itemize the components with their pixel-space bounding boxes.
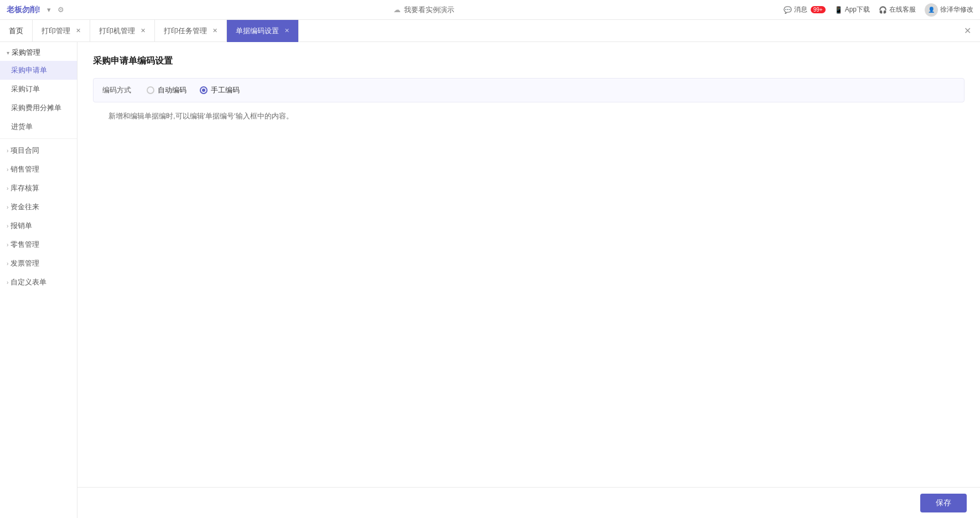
info-text: 新增和编辑单据编时,可以编辑'单据编号'输入框中的内容。 <box>93 102 965 130</box>
user-menu[interactable]: 👤 徐泽华修改 <box>925 3 973 17</box>
message-badge: 99+ <box>811 6 826 13</box>
top-bar-left: 老板勿削! ▾ ⚙ <box>7 5 64 15</box>
bottom-bar: 保存 <box>77 487 980 518</box>
message-icon: 💬 <box>784 6 792 14</box>
sidebar-group-purchase-title[interactable]: ▾ 采购管理 <box>0 42 77 61</box>
sidebar-item-purchase-request-label: 采购申请单 <box>11 66 47 74</box>
radio-manual-label: 手工编码 <box>211 85 240 95</box>
sidebar-item-purchase-order[interactable]: 采购订单 <box>0 80 77 99</box>
cloud-icon: ☁ <box>393 6 401 14</box>
radio-manual-code[interactable]: 手工编码 <box>200 85 240 95</box>
sidebar-item-purchase-expense-label: 采购费用分摊单 <box>11 103 61 112</box>
tab-printer-mgmt-close[interactable]: ✕ <box>141 27 146 34</box>
chevron-right-icon-3: › <box>7 185 8 191</box>
encoding-row: 编码方式 自动编码 手工编码 <box>94 79 964 102</box>
tab-print-task-mgmt[interactable]: 打印任务管理 ✕ <box>155 20 227 42</box>
user-name: 徐泽华修改 <box>940 5 973 14</box>
tab-home[interactable]: 首页 <box>0 20 33 42</box>
radio-manual-circle <box>200 86 208 94</box>
tab-printer-mgmt-label: 打印机管理 <box>99 26 135 36</box>
content-inner: 采购申请单编码设置 编码方式 自动编码 手工编码 <box>77 42 980 487</box>
search-area: ☁ 我要看实例演示 <box>393 5 454 15</box>
chevron-down-icon: ▾ <box>7 50 9 56</box>
tab-single-code-setting-label: 单据编码设置 <box>236 26 279 36</box>
app-download-button[interactable]: 📱 App下载 <box>834 5 870 14</box>
app-icon: 📱 <box>834 6 843 14</box>
message-label: 消息 <box>794 5 807 14</box>
sidebar-group-purchase: ▾ 采购管理 采购申请单 采购订单 采购费用分摊单 进货单 <box>0 42 77 136</box>
tab-print-mgmt-label: 打印管理 <box>42 26 70 36</box>
encoding-label: 编码方式 <box>102 85 136 95</box>
tab-single-code-setting[interactable]: 单据编码设置 ✕ <box>227 20 299 42</box>
chevron-right-icon-2: › <box>7 167 8 173</box>
settings-icon[interactable]: ⚙ <box>58 6 64 14</box>
radio-auto-circle <box>147 86 154 94</box>
messages-button[interactable]: 💬 消息 99+ <box>784 5 826 14</box>
content-area: 采购申请单编码设置 编码方式 自动编码 手工编码 <box>77 42 980 518</box>
sidebar: ▾ 采购管理 采购申请单 采购订单 采购费用分摊单 进货单 › 项目合同 › 销… <box>0 42 77 518</box>
sidebar-item-purchase-request[interactable]: 采购申请单 <box>0 61 77 80</box>
sidebar-item-purchase-order-label: 采购订单 <box>11 85 40 93</box>
main-layout: ▾ 采购管理 采购申请单 采购订单 采购费用分摊单 进货单 › 项目合同 › 销… <box>0 42 980 518</box>
tab-bar-close[interactable]: ✕ <box>964 25 980 36</box>
service-icon: 🎧 <box>879 6 887 14</box>
online-service-button[interactable]: 🎧 在线客服 <box>879 5 916 14</box>
encoding-form-section: 编码方式 自动编码 手工编码 <box>93 78 965 102</box>
tab-home-label: 首页 <box>9 26 23 36</box>
sidebar-group-custom-form-label: 自定义表单 <box>11 277 46 287</box>
tab-printer-mgmt[interactable]: 打印机管理 ✕ <box>90 20 155 42</box>
top-bar: 老板勿削! ▾ ⚙ ☁ 我要看实例演示 💬 消息 99+ 📱 App下载 🎧 在… <box>0 0 980 20</box>
radio-auto-code[interactable]: 自动编码 <box>147 85 186 95</box>
sidebar-group-expense-claim-label: 报销单 <box>11 221 32 231</box>
top-bar-right: 💬 消息 99+ 📱 App下载 🎧 在线客服 👤 徐泽华修改 <box>784 3 973 17</box>
logo: 老板勿削! <box>7 5 40 15</box>
save-button[interactable]: 保存 <box>920 494 967 512</box>
sidebar-group-project-label: 项目合同 <box>11 146 39 156</box>
sidebar-group-inventory-label: 库存核算 <box>11 183 39 193</box>
sidebar-item-purchase-expense[interactable]: 采购费用分摊单 <box>0 99 77 117</box>
sidebar-group-retail-label: 零售管理 <box>11 240 39 250</box>
sidebar-item-goods-receipt-label: 进货单 <box>11 122 33 131</box>
tab-print-task-mgmt-label: 打印任务管理 <box>164 26 207 36</box>
chevron-right-icon-7: › <box>7 261 8 267</box>
radio-group: 自动编码 手工编码 <box>147 85 240 95</box>
dropdown-icon[interactable]: ▾ <box>47 6 51 14</box>
search-text: 我要看实例演示 <box>404 5 454 15</box>
service-label: 在线客服 <box>889 5 916 14</box>
tab-print-mgmt-close[interactable]: ✕ <box>76 27 81 34</box>
sidebar-group-expense-claim[interactable]: › 报销单 <box>0 216 77 235</box>
chevron-right-icon-8: › <box>7 279 8 286</box>
sidebar-group-capital[interactable]: › 资金往来 <box>0 198 77 216</box>
sidebar-group-sales-label: 销售管理 <box>11 164 39 174</box>
sidebar-group-invoice[interactable]: › 发票管理 <box>0 254 77 273</box>
sidebar-group-invoice-label: 发票管理 <box>11 258 39 268</box>
sidebar-divider-1 <box>0 138 77 139</box>
chevron-right-icon-6: › <box>7 242 8 248</box>
sidebar-group-inventory[interactable]: › 库存核算 <box>0 179 77 198</box>
sidebar-group-sales[interactable]: › 销售管理 <box>0 160 77 179</box>
sidebar-group-retail[interactable]: › 零售管理 <box>0 235 77 254</box>
radio-auto-label: 自动编码 <box>158 85 186 95</box>
sidebar-group-purchase-label: 采购管理 <box>12 48 40 58</box>
sidebar-group-capital-label: 资金往来 <box>11 202 39 212</box>
sidebar-group-custom-form[interactable]: › 自定义表单 <box>0 273 77 292</box>
tab-print-mgmt[interactable]: 打印管理 ✕ <box>33 20 90 42</box>
tab-single-code-setting-close[interactable]: ✕ <box>284 27 289 34</box>
tab-bar: 首页 打印管理 ✕ 打印机管理 ✕ 打印任务管理 ✕ 单据编码设置 ✕ ✕ <box>0 20 980 42</box>
chevron-right-icon-4: › <box>7 204 8 210</box>
chevron-right-icon-5: › <box>7 223 8 229</box>
app-label: App下载 <box>845 5 870 14</box>
tab-print-task-mgmt-close[interactable]: ✕ <box>212 27 217 34</box>
page-title: 采购申请单编码设置 <box>93 55 965 67</box>
chevron-right-icon: › <box>7 148 8 154</box>
sidebar-group-project[interactable]: › 项目合同 <box>0 141 77 160</box>
avatar: 👤 <box>925 3 938 17</box>
sidebar-item-goods-receipt[interactable]: 进货单 <box>0 117 77 136</box>
